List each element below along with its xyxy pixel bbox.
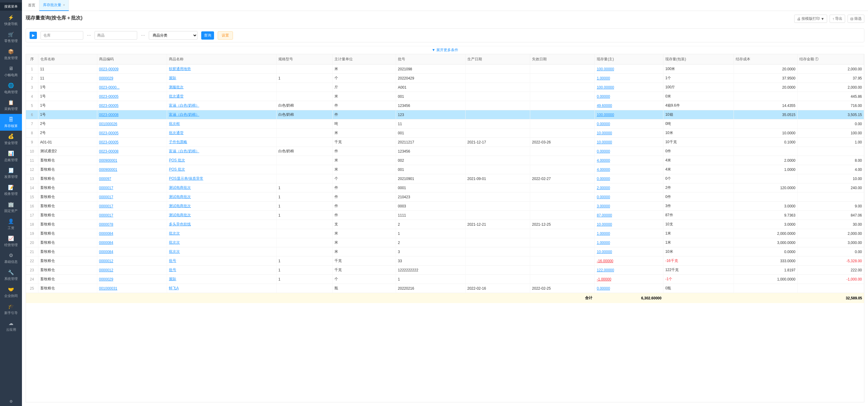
- cell-product-name[interactable]: 蚌飞A: [167, 284, 277, 293]
- cell-product-code[interactable]: 0000084: [97, 229, 167, 238]
- table-row[interactable]: 9A01-010023-00005子件包票略千克202112172021-12-…: [26, 138, 864, 147]
- cell-product-code[interactable]: 0023-00009: [97, 65, 167, 74]
- sidebar-item-tax[interactable]: 📝 税务管理: [0, 182, 22, 199]
- sidebar-item-cloud[interactable]: ☁ 云应用: [0, 318, 22, 335]
- cell-qty-main[interactable]: 0.00000: [595, 174, 663, 183]
- table-row[interactable]: 13畜牧粮仓000097POS显示单/保质异常个202109012021-09-…: [26, 174, 864, 183]
- cell-product-name[interactable]: 批号: [167, 257, 277, 266]
- search-button[interactable]: 查询: [201, 31, 214, 40]
- table-row[interactable]: 18畜牧粮仓0000078多头异色软线支22021-12-212021-12-2…: [26, 220, 864, 229]
- sidebar-item-general-ledger[interactable]: 📊 总账管理: [0, 148, 22, 165]
- sidebar-item-base[interactable]: ⚙ 基础信息: [0, 250, 22, 267]
- product-input[interactable]: [94, 31, 137, 40]
- table-row[interactable]: 11畜牧粮仓000900001POS 批次米0024.000004米2.0000…: [26, 156, 864, 165]
- cell-product-code[interactable]: 0023-00008: [97, 147, 167, 156]
- cell-product-code[interactable]: 0000012: [97, 257, 167, 266]
- table-row[interactable]: 1110023-00009软胶通用地垫米2021098100.00000100米…: [26, 65, 864, 74]
- cell-product-name[interactable]: 子件包票略: [167, 138, 277, 147]
- warehouse-more-dots[interactable]: ···: [87, 33, 91, 38]
- cell-product-name[interactable]: 批次通货: [167, 92, 277, 101]
- category-select[interactable]: 商品分类: [149, 31, 197, 40]
- table-row[interactable]: 82号0023-00005批次通货米00110.0000010米10.00001…: [26, 129, 864, 138]
- cell-product-code[interactable]: 001000031: [97, 284, 167, 293]
- cell-qty-main[interactable]: -16.00000: [595, 257, 663, 266]
- sidebar-item-finance[interactable]: 💰 资金管理: [0, 131, 22, 148]
- cell-product-name[interactable]: 展际: [167, 275, 277, 284]
- cell-product-name[interactable]: 富涵（白色/奶棉）: [167, 110, 277, 120]
- cell-product-name[interactable]: 测服批次: [167, 83, 277, 92]
- table-row[interactable]: 23畜牧粮仓0000012批号1千克1222222222122.00000122…: [26, 266, 864, 275]
- cell-qty-main[interactable]: 2.00000: [595, 183, 663, 193]
- sidebar-item-coop[interactable]: 🤝 企业协同: [0, 284, 22, 301]
- sidebar-item-quicknav[interactable]: ⚡ 快捷导航: [0, 12, 22, 29]
- cell-product-code[interactable]: 0023-00005: [97, 138, 167, 147]
- cell-product-name[interactable]: POS 批次: [167, 165, 277, 174]
- cell-qty-main[interactable]: 10.00000: [595, 247, 663, 257]
- sidebar-search[interactable]: 搜索菜单: [0, 2, 22, 11]
- cell-product-name[interactable]: 批次通货: [167, 129, 277, 138]
- table-row[interactable]: 41号0023-00005批次通货米0010.000000米445.86: [26, 92, 864, 101]
- cell-qty-main[interactable]: 100.00000: [595, 110, 663, 120]
- table-row[interactable]: 14畜牧粮仓0000017测试电商批次1件00012.000002件120.00…: [26, 183, 864, 193]
- cell-product-name[interactable]: 批次框: [167, 120, 277, 129]
- table-row[interactable]: 22畜牧粮仓0000012批号1千克33-16.00000-16千克333.00…: [26, 257, 864, 266]
- table-row[interactable]: 21畜牧粮仓0000084批次次米310.0000010米0.00000.00: [26, 247, 864, 257]
- filter-expand-arrow[interactable]: ▶: [30, 32, 37, 39]
- cell-product-code[interactable]: 0000012: [97, 266, 167, 275]
- cell-qty-main[interactable]: 4.00000: [595, 165, 663, 174]
- cell-qty-main[interactable]: 10.00000: [595, 129, 663, 138]
- cell-product-code[interactable]: 0023-00008: [97, 110, 167, 120]
- tab-home[interactable]: 首页: [24, 0, 39, 11]
- cell-qty-main[interactable]: -1.00000: [595, 275, 663, 284]
- cell-product-code[interactable]: 000900001: [97, 165, 167, 174]
- table-row[interactable]: 20畜牧粮仓0000084批次次米21.000001米3,000.00003,0…: [26, 238, 864, 247]
- cell-qty-main[interactable]: 3.00000: [595, 202, 663, 211]
- sidebar-item-retail[interactable]: 🛒 零售管理: [0, 29, 22, 46]
- export-button[interactable]: ↑ 导出: [830, 14, 845, 23]
- sidebar-item-purchase[interactable]: 📋 采购管理: [0, 97, 22, 114]
- cell-product-name[interactable]: 多头异色软线: [167, 220, 277, 229]
- cell-product-code[interactable]: 0023-0000...: [97, 83, 167, 92]
- sidebar-item-guide[interactable]: 🎓 新手引导: [0, 301, 22, 318]
- table-row[interactable]: 12畜牧粮仓000900001POS 批次米0014.000004米1.0000…: [26, 165, 864, 174]
- cell-product-name[interactable]: 测试电商批次: [167, 193, 277, 202]
- cell-qty-main[interactable]: 49.60000: [595, 101, 663, 110]
- cell-product-code[interactable]: 0000017: [97, 193, 167, 202]
- sidebar-item-ecom[interactable]: 🌐 电商管理: [0, 80, 22, 97]
- filter-expand-row[interactable]: ▼ 展开更多条件: [26, 46, 864, 54]
- sidebar-item-sys[interactable]: 🔧 系统管理: [0, 267, 22, 284]
- table-row[interactable]: 10测试通货20023-00008富涵（白色/奶棉）白色/奶棉件1234560.…: [26, 147, 864, 156]
- cell-qty-main[interactable]: 0.00000: [595, 92, 663, 101]
- cell-product-name[interactable]: POS显示单/保质异常: [167, 174, 277, 183]
- table-row[interactable]: 16畜牧粮仓0000017测试电商批次1件00033.000003件3.0000…: [26, 202, 864, 211]
- cell-qty-main[interactable]: 0.00000: [595, 193, 663, 202]
- cell-product-name[interactable]: 批号: [167, 266, 277, 275]
- cell-qty-main[interactable]: 87.00000: [595, 211, 663, 220]
- cell-qty-main[interactable]: 10.00000: [595, 138, 663, 147]
- cell-qty-main[interactable]: 4.00000: [595, 156, 663, 165]
- cell-product-code[interactable]: 000900001: [97, 156, 167, 165]
- cell-product-code[interactable]: 0000017: [97, 211, 167, 220]
- cell-product-code[interactable]: 0000029: [97, 275, 167, 284]
- warehouse-input[interactable]: [40, 31, 83, 40]
- cell-qty-main[interactable]: 100.00000: [595, 83, 663, 92]
- cell-qty-main[interactable]: 122.00000: [595, 266, 663, 275]
- cell-product-name[interactable]: 批次次: [167, 247, 277, 257]
- cell-qty-main[interactable]: 1.00000: [595, 238, 663, 247]
- table-row[interactable]: 2110000029展际1个202204291.000001个37.950037…: [26, 74, 864, 83]
- cell-product-name[interactable]: 测试电商批次: [167, 202, 277, 211]
- sidebar-item-fixed-assets[interactable]: 🏢 固定资产: [0, 199, 22, 216]
- cell-product-name[interactable]: 展际: [167, 74, 277, 83]
- cell-product-name[interactable]: 软胶通用地垫: [167, 65, 277, 74]
- table-row[interactable]: 17畜牧粮仓0000017测试电商批次1件111187.0000087件9.73…: [26, 211, 864, 220]
- sidebar-item-inventory[interactable]: 🗄 库存核算: [0, 114, 22, 131]
- cell-product-code[interactable]: 001000026: [97, 120, 167, 129]
- cell-product-code[interactable]: 0000078: [97, 220, 167, 229]
- cell-qty-main[interactable]: 0.00000: [595, 284, 663, 293]
- cell-product-code[interactable]: 0023-00005: [97, 129, 167, 138]
- table-row[interactable]: 72号001000026批次框吨110.000000吨0.00: [26, 120, 864, 129]
- cell-product-name[interactable]: 测试电商批次: [167, 211, 277, 220]
- sidebar-settings[interactable]: ⚙: [0, 397, 22, 406]
- cell-product-code[interactable]: 0000084: [97, 238, 167, 247]
- cell-product-name[interactable]: 测试电商批次: [167, 183, 277, 193]
